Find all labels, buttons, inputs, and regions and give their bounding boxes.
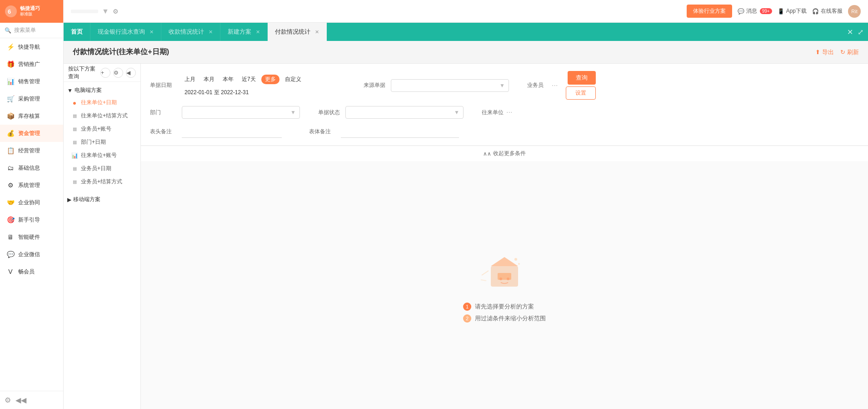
maximize-icon[interactable]: ⤢ — [858, 28, 863, 36]
weixin-icon: 💬 — [6, 250, 15, 258]
sidebar-item-operations[interactable]: 📋 经营管理 — [0, 142, 63, 159]
tab-new-scheme-close-icon[interactable]: ✕ — [256, 29, 260, 35]
sidebar-item-marketing[interactable]: 🎁 营销推广 — [0, 56, 63, 73]
add-icon: + — [101, 70, 110, 76]
date-btn-more[interactable]: 更多 — [261, 75, 279, 84]
scheme-item-salesman-date[interactable]: ▦ 业务员+日期 — [64, 162, 140, 175]
sidebar-item-basic[interactable]: 🗂 基础信息 — [0, 159, 63, 177]
sidebar-item-purchase[interactable]: 🛒 采购管理 — [0, 90, 63, 107]
svg-point-6 — [518, 263, 520, 265]
close-all-tabs-icon[interactable]: ✕ — [847, 28, 853, 36]
app-download-button[interactable]: 📱 App下载 — [778, 7, 807, 15]
tab-receipt-stat[interactable]: 收款情况统计 ✕ — [161, 23, 220, 41]
refresh-button[interactable]: ↻ 刷新 — [840, 48, 859, 56]
scheme-grid-icon: ▦ — [71, 165, 78, 172]
scheme-settings-button[interactable]: ⚙ — [113, 68, 123, 78]
mobile-section-title[interactable]: ▶ 移动端方案 — [64, 194, 140, 205]
dept-dropdown-icon: ▼ — [290, 109, 296, 116]
tab-home[interactable]: 首页 — [64, 23, 90, 41]
svg-line-7 — [482, 271, 489, 275]
refresh-icon: ↻ — [840, 49, 845, 56]
desktop-section-title[interactable]: ▼ 电脑端方案 — [64, 85, 140, 96]
online-service-button[interactable]: 🎧 在线客服 — [812, 7, 843, 15]
scheme-grid-icon: ▦ — [71, 139, 78, 146]
sidebar-item-inventory[interactable]: 📦 库存核算 — [0, 107, 63, 125]
scheme-panel-title: 按以下方案查询 — [68, 65, 98, 81]
date-btn-last-month[interactable]: 上月 — [182, 75, 198, 84]
scheme-item-unit-settlement[interactable]: ▦ 往来单位+结算方式 — [64, 109, 140, 122]
sidebar-item-sales[interactable]: 📊 销售管理 — [0, 73, 63, 90]
tab-new-scheme[interactable]: 新建方案 ✕ — [220, 23, 268, 41]
search-menu[interactable]: 🔍 搜索菜单 — [0, 23, 63, 38]
user-avatar[interactable]: Rit — [848, 5, 861, 18]
sidebar-item-quick-nav[interactable]: ⚡ 快捷导航 — [0, 38, 63, 56]
docstatus-filter-select[interactable]: ▼ — [345, 106, 464, 119]
search-icon: 🔍 — [5, 27, 11, 34]
sidebar-item-cooperation[interactable]: 🤝 企业协同 — [0, 194, 63, 211]
scheme-item-salesman-account[interactable]: ▦ 业务员+账号 — [64, 122, 140, 136]
date-btn-this-year[interactable]: 本年 — [220, 75, 236, 84]
sidebar-item-hardware[interactable]: 🖥 智能硬件 — [0, 228, 63, 246]
partner-filter-dots[interactable]: ··· — [504, 108, 514, 116]
scheme-item-unit-date[interactable]: ● 往来单位+日期 — [64, 96, 140, 109]
mobile-section-label: 移动端方案 — [73, 196, 100, 203]
try-industry-button[interactable]: 体验行业方案 — [687, 5, 732, 18]
filter-settings-button[interactable]: 设置 — [566, 86, 596, 100]
date-btn-7days[interactable]: 近7天 — [239, 75, 259, 84]
filter-row-1: 单据日期 上月 本月 本年 近7天 更多 自定义 2022-01-01 至 20… — [150, 71, 859, 100]
header-note-input[interactable] — [182, 125, 282, 138]
svg-line-8 — [481, 280, 486, 281]
scheme-item-dept-date[interactable]: ▦ 部门+日期 — [64, 136, 140, 149]
settings-footer-icon[interactable]: ⚙ — [5, 396, 11, 404]
user-name: Rit — [851, 9, 857, 14]
collapse-label: 收起更多条件 — [493, 150, 526, 157]
collapse-panel-button[interactable]: ◀ — [126, 68, 136, 78]
sidebar-item-fund[interactable]: 💰 资金管理 — [0, 125, 63, 142]
sidebar-item-system[interactable]: ⚙ 系统管理 — [0, 177, 63, 194]
filter-row-3: 表头备注 表体备注 — [150, 125, 859, 138]
tab-payment-stat-close-icon[interactable]: ✕ — [315, 29, 319, 35]
date-btn-this-month[interactable]: 本月 — [201, 75, 217, 84]
page-title: 付款情况统计(往来单位+日期) — [73, 47, 815, 57]
scheme-item-salesman-settlement[interactable]: ▦ 业务员+结算方式 — [64, 175, 140, 188]
message-button[interactable]: 💬 消息 99+ — [738, 7, 772, 15]
tab-receipt-stat-close-icon[interactable]: ✕ — [209, 29, 213, 35]
topbar-dropdown-icon[interactable]: ▼ — [102, 7, 109, 15]
empty-tip-2: 2 用过滤条件来缩小分析范围 — [463, 314, 546, 323]
sidebar-item-label: 系统管理 — [18, 182, 40, 189]
collapse-filter-button[interactable]: ∧∧ 收起更多条件 — [141, 146, 868, 161]
sidebar-item-label: 新手引导 — [18, 216, 40, 224]
topbar-settings-icon[interactable]: ⚙ — [113, 8, 119, 15]
scheme-item-label: 往来单位+日期 — [81, 99, 117, 106]
svg-point-5 — [514, 258, 517, 261]
sidebar-item-weixin[interactable]: 💬 企业微信 — [0, 246, 63, 263]
scheme-item-label: 部门+日期 — [81, 138, 106, 146]
date-btn-custom[interactable]: 自定义 — [282, 75, 304, 84]
sidebar-item-label: 快捷导航 — [18, 43, 40, 51]
source-filter-select[interactable]: ▼ — [391, 79, 509, 92]
sidebar-item-label: 销售管理 — [18, 78, 40, 86]
collapse-sidebar-icon[interactable]: ◀◀ — [15, 396, 26, 404]
body-note-input[interactable] — [341, 125, 459, 138]
svg-marker-3 — [491, 257, 518, 266]
tab-bank-flow-close-icon[interactable]: ✕ — [150, 29, 154, 35]
filter-row-2: 部门 ▼ 单据状态 ▼ 往来单位 ··· — [150, 106, 859, 119]
salesman-filter-dots[interactable]: ··· — [550, 81, 559, 90]
add-scheme-button[interactable]: + — [100, 68, 110, 78]
sidebar-item-label: 企业协同 — [18, 199, 40, 207]
member-icon: V — [6, 268, 15, 276]
export-button[interactable]: ⬆ 导出 — [815, 48, 834, 56]
tab-bank-flow[interactable]: 现金银行流水查询 ✕ — [90, 23, 161, 41]
tab-receipt-stat-label: 收款情况统计 — [169, 28, 204, 36]
sidebar: 6 畅捷通巧 标准版 🔍 搜索菜单 ⚡ 快捷导航 🎁 营销推广 📊 销售管理 🛒… — [0, 0, 64, 409]
refresh-label: 刷新 — [847, 48, 859, 56]
scheme-item-unit-account[interactable]: 📊 往来单位+账号 — [64, 149, 140, 162]
sidebar-item-member[interactable]: V 畅会员 — [0, 263, 63, 280]
dept-filter-select[interactable]: ▼ — [182, 106, 300, 119]
sidebar-footer: ⚙ ◀◀ — [0, 391, 63, 409]
page-header-actions: ⬆ 导出 ↻ 刷新 — [815, 48, 859, 56]
query-button[interactable]: 查询 — [568, 71, 596, 85]
tab-payment-stat[interactable]: 付款情况统计 ✕ — [268, 23, 327, 41]
sidebar-item-guide[interactable]: 🎯 新手引导 — [0, 211, 63, 228]
message-label: 消息 — [746, 7, 757, 15]
